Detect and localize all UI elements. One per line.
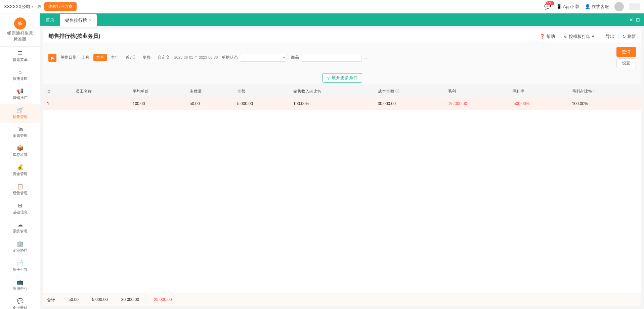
data-table: ⚙ 员工名称 平均单价 主数量 全额 销售收入占比% 成本全额 ⓘ 毛利 毛利率… [43, 85, 641, 110]
col-gross-rate: 毛利率 [508, 85, 568, 98]
cell-employee-name [72, 98, 129, 110]
date-tab-7days[interactable]: 近7天 [123, 54, 139, 61]
goods-input[interactable] [301, 54, 361, 62]
enterprise-icon: 🏢 [17, 241, 24, 247]
col-settings[interactable]: ⚙ [43, 85, 72, 98]
expand-bar: ∨ 展开更多条件 [43, 71, 641, 85]
sidebar-item-system[interactable]: ☁ 系统管理 [0, 218, 40, 237]
status-select[interactable] [240, 54, 287, 62]
filter-bar: ▶ 单据日期 上月 本月 本年 近7天 更多 自定义 2023-06-01 至 … [43, 43, 641, 71]
trial-button[interactable]: 体验行业方案 [44, 2, 77, 11]
export-icon: ↑ [602, 34, 604, 39]
print-btn[interactable]: 🖨 按模板打印 ▾ [563, 34, 594, 40]
print-chevron-icon: ▾ [592, 34, 594, 39]
sidebar-item-operations[interactable]: 📋 经营管理 [0, 180, 40, 199]
logo-title: 畅康通好生意 标准版 [7, 30, 33, 42]
marketing-icon: 📢 [17, 88, 24, 94]
top-right: 💬 99+ 📱 App下载 👤 在线客服 [544, 2, 640, 11]
sidebar-item-purchase[interactable]: 🛍 采购管理 [0, 123, 40, 142]
sidebar-item-inventory[interactable]: 📦 库存核算 [0, 142, 40, 161]
date-range-display: 2023-06-01 至 2023-06-30 [174, 55, 218, 60]
help-btn[interactable]: ❓ 帮助 [540, 34, 555, 40]
sidebar-item-finance[interactable]: 💰 资金管理 [0, 161, 40, 180]
tab-close-icon[interactable]: × [89, 18, 91, 23]
refresh-icon: ↻ [622, 34, 626, 39]
app-download-btn[interactable]: 📱 App下载 [556, 4, 579, 10]
finance-icon: 💰 [17, 164, 24, 170]
date-filter-label: 单据日期 [60, 55, 77, 60]
gear-icon[interactable]: ⚙ [37, 4, 42, 9]
expand-conditions-btn[interactable]: ∨ 展开更多条件 [323, 73, 362, 83]
purchase-icon: 🛍 [17, 126, 23, 132]
table-header-row: ⚙ 员工名称 平均单价 主数量 全额 销售收入占比% 成本全额 ⓘ 毛利 毛利率… [43, 85, 641, 98]
filter-arrow-icon[interactable]: ▶ [48, 54, 56, 62]
message-icon[interactable]: 💬 99+ [544, 3, 551, 10]
avatar[interactable] [614, 2, 624, 11]
sidebar-item-search[interactable]: ☰ 搜索菜单 [0, 47, 40, 66]
page-title: 销售排行榜(按业务员) [48, 33, 100, 40]
tab-sales-ranking[interactable]: 销售排行榜 × [60, 14, 97, 27]
date-filter-group: 单据日期 上月 本月 本年 近7天 更多 自定义 2023-06-01 至 20… [60, 54, 218, 61]
sidebar-item-sales[interactable]: 🛒 销售管理 [0, 104, 40, 123]
col-total: 全额 [233, 85, 289, 98]
sidebar-item-guide[interactable]: 📄 新手引导 [0, 256, 40, 275]
col-employee-name: 员工名称 [72, 85, 129, 98]
tab-home[interactable]: 首页 [40, 13, 60, 26]
table-wrap: ⚙ 员工名称 平均单价 主数量 全额 销售收入占比% 成本全额 ⓘ 毛利 毛利率… [43, 85, 641, 294]
export-btn[interactable]: ↑ 导出 [602, 34, 614, 40]
goods-more-btn[interactable]: ... [363, 55, 367, 60]
sidebar-item-quick-nav[interactable]: ⌂ 快捷导航 [0, 66, 40, 85]
maximize-window-icon[interactable]: ⊡ [636, 17, 640, 22]
message-badge: 99+ [546, 1, 554, 5]
footer-label: 合计 [47, 297, 55, 303]
settings-button[interactable]: 设置 [616, 58, 636, 68]
cost-info-icon[interactable]: ⓘ [395, 89, 399, 94]
table-footer: 合计 50.00 5,000.00 30,000.00 -25,000.00 [43, 294, 641, 306]
col-gross: 毛利 [444, 85, 508, 98]
cell-gross: -25,000.00 [444, 98, 508, 110]
filter-right-buttons: 查询 设置 [616, 47, 636, 68]
cell-rank: 1 [43, 98, 72, 110]
sidebar-item-wechat[interactable]: 💬 企业微信 [0, 295, 40, 309]
print-icon: 🖨 [563, 34, 567, 39]
cell-total: 5,000.00 [233, 98, 289, 110]
home-icon: ⌂ [18, 69, 22, 75]
cell-main-qty: 50.00 [186, 98, 233, 110]
top-bar: XXXXXX公司 ▾ ⚙ 体验行业方案 💬 99+ 📱 App下载 👤 在线客服 [0, 0, 644, 13]
refresh-btn[interactable]: ↻ 刷新 [622, 34, 636, 40]
system-icon: ☁ [17, 221, 23, 228]
download-icon: 📱 [556, 4, 562, 9]
date-tab-this-year[interactable]: 本年 [108, 54, 122, 61]
col-sales-pct: 销售收入占比% [289, 85, 374, 98]
col-cost: 成本全额 ⓘ [374, 85, 444, 98]
inventory-icon: 📦 [17, 145, 24, 151]
company-selector[interactable]: XXXXXX公司 ▾ [4, 4, 33, 10]
page-content: 销售排行榜(按业务员) ❓ 帮助 | 🖨 按模板打印 ▾ | ↑ [43, 29, 641, 306]
sort-icon: ↑ [593, 89, 595, 94]
status-select-wrap [240, 54, 287, 62]
logo-area: 畅 畅康通好生意 标准版 [0, 13, 40, 47]
sidebar-item-marketing[interactable]: 📢 营销推广 [0, 85, 40, 104]
footer-total: 5,000.00 [92, 297, 108, 303]
column-settings-icon[interactable]: ⚙ [47, 89, 51, 94]
footer-gross: -25,000.00 [153, 297, 172, 303]
date-tab-more[interactable]: 更多 [140, 54, 154, 61]
online-service-btn[interactable]: 👤 在线客服 [585, 4, 609, 10]
date-tab-custom[interactable]: 自定义 [155, 54, 172, 61]
sidebar: 畅 畅康通好生意 标准版 ☰ 搜索菜单 ⌂ 快捷导航 📢 营销推广 🛒 销售管理… [0, 13, 40, 309]
chevron-down-icon: ▾ [32, 5, 33, 8]
close-window-icon[interactable]: ✕ [629, 17, 633, 22]
sidebar-item-enterprise[interactable]: 🏢 企业协同 [0, 237, 40, 256]
separator-2: | [598, 34, 599, 39]
date-tab-last-month[interactable]: 上月 [79, 54, 92, 61]
separator-3: | [618, 34, 619, 39]
app-center-icon: 📺 [17, 279, 24, 285]
footer-cost: 30,000.00 [121, 297, 139, 303]
query-button[interactable]: 查询 [616, 47, 636, 57]
sidebar-item-basic[interactable]: ⊞ 基础信息 [0, 199, 40, 218]
separator-1: | [558, 34, 559, 39]
sidebar-item-app-center[interactable]: 📺 应用中心 [0, 275, 40, 295]
col-gross-pct[interactable]: 毛利占比% ↑ [568, 85, 641, 98]
cell-avg-price: 100.00 [129, 98, 186, 110]
date-tab-this-month[interactable]: 本月 [93, 54, 107, 61]
